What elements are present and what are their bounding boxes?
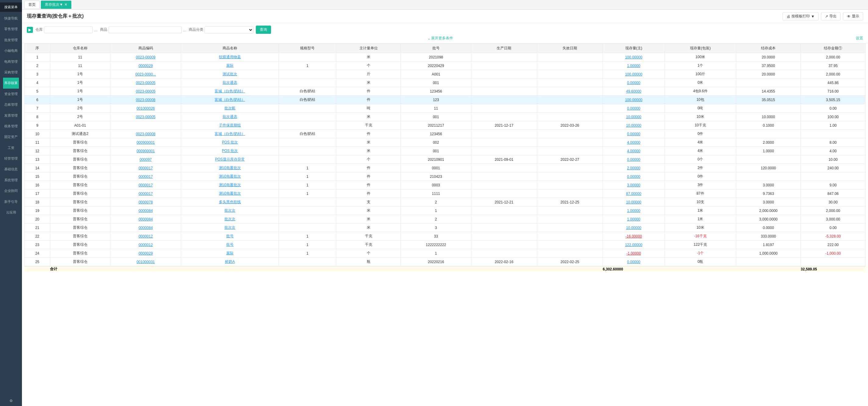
- cell-3[interactable]: 批次昵: [181, 104, 279, 113]
- cell-2[interactable]: 0000017: [111, 172, 181, 181]
- sidebar-item-资金管理[interactable]: 资金管理: [3, 89, 19, 99]
- cell-9[interactable]: 100.00000: [603, 70, 664, 78]
- cell-2[interactable]: [111, 121, 181, 130]
- sidebar-item-云应用[interactable]: 云应用: [3, 207, 19, 218]
- cell-9[interactable]: 100.00000: [603, 53, 664, 62]
- cell-3[interactable]: 富城（白色/奶桔）: [181, 130, 279, 138]
- cell-9[interactable]: 10.00000: [603, 121, 664, 130]
- cell-2[interactable]: 0023-0000...: [111, 70, 181, 78]
- goods-dots[interactable]: ...: [183, 27, 187, 32]
- sidebar-item-系统管理[interactable]: 系统管理: [3, 175, 19, 185]
- sidebar-item-采购管理[interactable]: 采购管理: [3, 67, 19, 78]
- cell-3[interactable]: 软膜通用物盖: [181, 53, 279, 62]
- sidebar-item-经管管理[interactable]: 经管管理: [3, 153, 19, 164]
- cell-2[interactable]: 0000017: [111, 190, 181, 198]
- cell-9[interactable]: 87.00000: [603, 190, 664, 198]
- cell-9[interactable]: 100.00000: [603, 96, 664, 104]
- cell-3[interactable]: 测试电覆批次: [181, 164, 279, 172]
- sidebar-item-基础信息[interactable]: 基础信息: [3, 164, 19, 174]
- sidebar-settings[interactable]: ⚙: [0, 396, 22, 406]
- cell-9[interactable]: 0.00000: [603, 258, 664, 267]
- sidebar-item-企业协同[interactable]: 企业协同: [3, 185, 19, 196]
- cell-2[interactable]: 0000017: [111, 164, 181, 172]
- filter-arrow-btn[interactable]: ▶: [27, 27, 33, 33]
- cell-3[interactable]: 批次通选: [181, 78, 279, 87]
- cell-2[interactable]: 0023-00008: [111, 130, 181, 138]
- tab-close-icon[interactable]: ✕: [64, 2, 67, 7]
- cell-3[interactable]: 多头黑色软线: [181, 198, 279, 206]
- warehouse-input[interactable]: [44, 27, 93, 33]
- sidebar-item-快捷导航[interactable]: 快捷导航: [3, 13, 19, 24]
- cell-2[interactable]: 000097: [111, 155, 181, 164]
- cell-9[interactable]: -16.00000: [603, 232, 664, 241]
- cell-2[interactable]: 0023-00009: [111, 53, 181, 62]
- cell-2[interactable]: 001000026: [111, 104, 181, 113]
- cell-3[interactable]: 测试电覆批次: [181, 172, 279, 181]
- sidebar-item-总账管理[interactable]: 总账管理: [3, 99, 19, 110]
- settings-link[interactable]: 设置: [856, 36, 863, 41]
- export-button[interactable]: ↗ 导出: [821, 12, 841, 21]
- sidebar-item-零售管理[interactable]: 零售管理: [3, 24, 19, 34]
- cell-9[interactable]: 0.00000: [603, 78, 664, 87]
- cell-2[interactable]: 0000012: [111, 241, 181, 249]
- print-button[interactable]: 🖨 按模板打印 ▼: [783, 12, 818, 21]
- cell-2[interactable]: 0000084: [111, 215, 181, 224]
- cell-2[interactable]: 000900001: [111, 147, 181, 155]
- cell-9[interactable]: 1.00000: [603, 215, 664, 224]
- cell-3[interactable]: POS 批次: [181, 147, 279, 155]
- cell-9[interactable]: 0.00000: [603, 172, 664, 181]
- cell-3[interactable]: 测试电覆批次: [181, 190, 279, 198]
- cell-3[interactable]: 批次次: [181, 224, 279, 232]
- cell-3[interactable]: 批次通选: [181, 113, 279, 121]
- cell-3[interactable]: POS显示库存异常: [181, 155, 279, 164]
- cell-2[interactable]: 001000031: [111, 258, 181, 267]
- cell-3[interactable]: POS 批次: [181, 138, 279, 147]
- show-button[interactable]: 👁 显示: [843, 12, 863, 21]
- cell-3[interactable]: 子件保质期组: [181, 121, 279, 130]
- cell-9[interactable]: -1.00000: [603, 249, 664, 258]
- cell-9[interactable]: 1.00000: [603, 206, 664, 215]
- cell-3[interactable]: 展际: [181, 62, 279, 70]
- sidebar-item-批发管理[interactable]: 批发管理: [3, 35, 19, 45]
- cell-2[interactable]: 0023-00005: [111, 78, 181, 87]
- sidebar-item-电商管理[interactable]: 电商管理: [3, 56, 19, 67]
- cell-9[interactable]: 0.00000: [603, 130, 664, 138]
- cell-3[interactable]: 批次次: [181, 215, 279, 224]
- cell-9[interactable]: 10.00000: [603, 198, 664, 206]
- cell-2[interactable]: 000900001: [111, 138, 181, 147]
- sidebar-item-固定资产[interactable]: 固定资产: [3, 132, 19, 142]
- cell-2[interactable]: 0000084: [111, 224, 181, 232]
- goods-input[interactable]: [108, 27, 182, 33]
- sidebar-item-发票管理[interactable]: 发票管理: [3, 110, 19, 121]
- cell-3[interactable]: 测试电覆批次: [181, 181, 279, 190]
- cell-2[interactable]: 0000017: [111, 181, 181, 190]
- cell-3[interactable]: 富城（白色/奶桔）: [181, 96, 279, 104]
- sidebar-item-库存核算[interactable]: 库存核算: [3, 78, 19, 88]
- sidebar-item-小融电商[interactable]: 小融电商: [3, 45, 19, 56]
- cell-3[interactable]: 富城（白色/奶桔）: [181, 87, 279, 96]
- cell-3[interactable]: 批号: [181, 232, 279, 241]
- expand-btn[interactable]: ⌄ 展开更多条件: [428, 36, 453, 41]
- cell-2[interactable]: 0000029: [111, 249, 181, 258]
- cell-2[interactable]: 0023-00005: [111, 87, 181, 96]
- cell-2[interactable]: 0023-00008: [111, 96, 181, 104]
- cell-2[interactable]: 0000029: [111, 62, 181, 70]
- cell-9[interactable]: 4.00000: [603, 138, 664, 147]
- cell-2[interactable]: 0023-00005: [111, 113, 181, 121]
- cell-9[interactable]: 0.00000: [603, 104, 664, 113]
- cell-9[interactable]: 2.00000: [603, 164, 664, 172]
- cell-3[interactable]: 展际: [181, 249, 279, 258]
- cell-2[interactable]: 0000078: [111, 198, 181, 206]
- category-select[interactable]: [205, 26, 253, 34]
- sidebar-item-新手引导[interactable]: 新手引导: [3, 197, 19, 207]
- sidebar-search[interactable]: 搜索菜单: [0, 2, 22, 12]
- cell-3[interactable]: 鲜奶A: [181, 258, 279, 267]
- cell-9[interactable]: 3.00000: [603, 181, 664, 190]
- sidebar-item-税务管理[interactable]: 税务管理: [3, 121, 19, 132]
- cell-2[interactable]: 0000012: [111, 232, 181, 241]
- cell-9[interactable]: 49.60000: [603, 87, 664, 96]
- cell-3[interactable]: 测试批次: [181, 70, 279, 78]
- sidebar-item-工资[interactable]: 工资: [3, 142, 19, 153]
- tab-首页[interactable]: 首页: [24, 1, 40, 9]
- cell-2[interactable]: 0000084: [111, 206, 181, 215]
